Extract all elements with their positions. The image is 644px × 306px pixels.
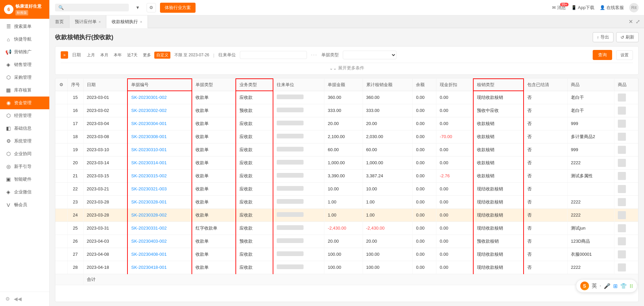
col-gear[interactable]: ⚙ (55, 79, 67, 91)
docno-link[interactable]: SK-20230418-001 (131, 265, 167, 270)
sidebar-item-hardware[interactable]: ▣ 智能硬件 (0, 173, 49, 186)
docno-link[interactable]: SK-20230310-001 (131, 147, 167, 152)
topbar-search-box[interactable]: 🔍 (55, 4, 129, 11)
sidebar-item-search[interactable]: ☰ 搜索菜单 (0, 20, 49, 33)
date-opt-7days[interactable]: 近7天 (125, 52, 140, 59)
table-row: 15 2023-03-01 SK-20230301-002 收款单 应收款 36… (55, 91, 638, 104)
online-service-btn[interactable]: 👤 在线客服 (600, 5, 624, 11)
docno-link[interactable]: SK-20230321-003 (131, 186, 167, 191)
partner-blurred (277, 173, 304, 178)
topbar-gear-btn[interactable]: ⚙ (147, 3, 156, 12)
cell-includesettled: 否 (524, 130, 567, 143)
date-opt-this-month[interactable]: 本月 (98, 52, 110, 59)
sidebar-item-quick-nav[interactable]: ⌂ 快捷导航 (0, 33, 49, 46)
date-opt-last-month[interactable]: 上月 (85, 52, 97, 59)
partner-input[interactable] (240, 51, 307, 59)
sidebar-item-purchase[interactable]: ⬡ 采购管理 (0, 71, 49, 84)
cell-balance: 0.00 (413, 130, 436, 143)
custom-date-btn[interactable]: 自定义 (154, 52, 170, 59)
cell-gear (55, 261, 67, 274)
partner-blurred (277, 199, 304, 204)
user-avatar[interactable]: Rit (629, 3, 639, 12)
expand-more-btn[interactable]: ⌄⌄ 展开更多条件 (61, 63, 633, 71)
tabs-bar: 首页 预计应付单 × 收款核销执行 × ✕ ⤢ (50, 15, 644, 28)
receipt-cancel-tab-close[interactable]: × (140, 20, 142, 24)
sidebar-item-inventory[interactable]: ▦ 库存核算 (0, 84, 49, 97)
app-download-btn[interactable]: 📱 App下载 (571, 5, 594, 11)
date-opt-this-year[interactable]: 本年 (112, 52, 124, 59)
cell-date: 2023-04-18 (83, 261, 127, 274)
docno-link[interactable]: SK-20230302-002 (131, 108, 167, 113)
docno-link[interactable]: SK-20230403-002 (131, 239, 167, 244)
ft-apps-icon[interactable]: ⁞⁞ (630, 283, 633, 289)
tab-receipt-cancel[interactable]: 收款核销执行 × (106, 15, 148, 28)
cell-doctype: 收款单 (192, 248, 236, 261)
cell-discount: 0.00 (436, 195, 474, 208)
cell-gear (55, 91, 67, 104)
topbar-dropdown[interactable]: ▼ (133, 4, 143, 11)
table-row: 16 2023-03-02 SK-20230302-002 收款单 预收款 33… (55, 104, 638, 117)
search-input[interactable] (66, 5, 125, 10)
filter-toggle-btn[interactable]: » (61, 51, 68, 59)
ft-shirt-icon[interactable]: 👕 (620, 283, 627, 289)
col-discount: 现金折扣 (436, 79, 474, 91)
messages-btn[interactable]: ✉ 消息 99+ (552, 5, 566, 11)
sidebar-item-marketing[interactable]: 📢 营销推广 (0, 46, 49, 58)
query-btn[interactable]: 查询 (593, 50, 612, 60)
sidebar-item-sales[interactable]: ◈ 销售管理 (0, 58, 49, 71)
cell-docno: SK-20230315-002 (127, 169, 192, 182)
sidebar-item-finance[interactable]: ◉ 资金管理 (0, 97, 49, 109)
ft-text-icon[interactable]: 英 (592, 283, 597, 290)
docno-link[interactable]: SK-20230308-001 (131, 134, 167, 139)
cell-biztype: 应收款 (236, 195, 273, 208)
partner-blurred (277, 134, 304, 138)
cell-balance: 0.00 (413, 235, 436, 248)
docno-link[interactable]: SK-20230328-001 (131, 199, 167, 204)
cell-goods: 老白干 (568, 91, 614, 104)
sidebar-item-system[interactable]: ⚙ 系统管理 (0, 135, 49, 147)
tab-pre-apply[interactable]: 预计应付单 × (69, 15, 106, 28)
doctype-select[interactable] (343, 51, 396, 59)
tab-home[interactable]: 首页 (50, 15, 69, 28)
collapse-icon[interactable]: ◀◀ (14, 296, 22, 302)
docno-link[interactable]: SK-20230328-002 (131, 212, 167, 218)
pre-apply-tab-close[interactable]: × (99, 20, 101, 24)
sidebar-item-operations[interactable]: ⬡ 经营管理 (0, 109, 49, 122)
docno-link[interactable]: SK-20230314-001 (131, 160, 167, 165)
docno-link[interactable]: SK-20230408-001 (131, 252, 167, 257)
sidebar-item-enterprise[interactable]: ⬡ 企业协同 (0, 147, 49, 160)
cell-goods: 999 (568, 117, 614, 130)
cell-canceltype: 现结收款核销 (473, 91, 524, 104)
refresh-btn[interactable]: ↺ 刷新 (616, 32, 639, 42)
partner-blurred (277, 108, 304, 112)
cell-goods2 (614, 156, 638, 169)
docno-link[interactable]: SK-20230315-002 (131, 173, 167, 178)
ft-grid-icon[interactable]: ⊞ (613, 283, 618, 289)
cell-goods2 (614, 222, 638, 235)
close-all-icon[interactable]: ✕ (629, 18, 633, 25)
maximize-icon[interactable]: ⤢ (636, 18, 640, 25)
date-range-display: 不限 至 2023-07-26 (174, 52, 209, 58)
sidebar-item-guide[interactable]: ◎ 新手引导 (0, 160, 49, 173)
sidebar-item-basic[interactable]: ◧ 基础信息 (0, 122, 49, 135)
cell-amount: 1.00 (324, 195, 363, 208)
table-wrapper: ⚙ 序号 日期 单据编号 单据类型 业务类型 往来单位 单据金额 累计核销金额 … (55, 78, 639, 302)
docno-link[interactable]: SK-20230331-002 (131, 226, 167, 231)
cell-balance: 0.00 (413, 195, 436, 208)
settings-btn[interactable]: 设置 (616, 50, 633, 60)
ft-mic-icon[interactable]: 🎤 (604, 283, 610, 289)
settings-icon[interactable]: ⚙ (5, 296, 10, 302)
sidebar-item-member[interactable]: V 畅会员 (0, 198, 49, 211)
industry-btn[interactable]: 体验行业方案 (160, 3, 196, 13)
cell-cancelled: 1,000.00 (363, 156, 413, 169)
docno-link[interactable]: SK-20230301-002 (131, 95, 167, 100)
cell-cancelled: 10.00 (363, 182, 413, 195)
date-opt-more[interactable]: 更多 (141, 52, 153, 59)
sidebar-nav: ☰ 搜索菜单 ⌂ 快捷导航 📢 营销推广 ◈ 销售管理 ⬡ 采购管理 ▦ 库存核… (0, 19, 49, 292)
sidebar-item-wechat[interactable]: ◈ 企业微信 (0, 186, 49, 198)
cell-date: 2023-03-31 (83, 222, 127, 235)
docno-link[interactable]: SK-20230304-001 (131, 121, 167, 126)
export-btn[interactable]: ↑ 导出 (593, 32, 614, 42)
cell-gear (55, 130, 67, 143)
cell-balance: 0.00 (413, 91, 436, 104)
